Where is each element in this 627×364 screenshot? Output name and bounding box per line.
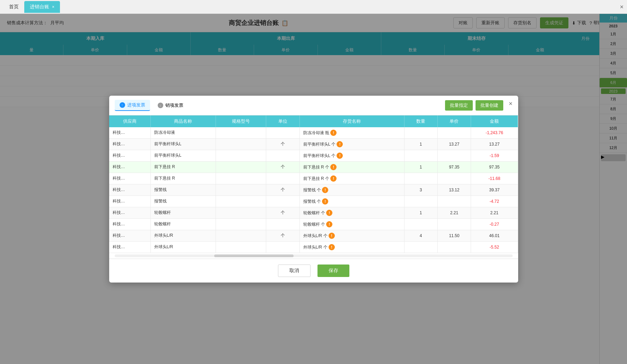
warning-icon: ! xyxy=(326,210,332,216)
warning-icon: ! xyxy=(330,164,337,170)
col-qty: 数量 xyxy=(404,115,437,127)
modal-dialog: ↑ 进项发票 ↓ 销项发票 批量指定 批量创建 × xyxy=(109,96,518,283)
batch-create-button[interactable]: 批量创建 xyxy=(476,100,503,111)
col-spec: 规格型号 xyxy=(216,115,266,127)
table-row: 科技…轮毂螺杆轮毂螺杆 个 !-0.27 xyxy=(109,218,518,230)
modal-footer: 取消 保存 xyxy=(109,259,518,283)
table-row: 科技…报警线报警线 个 !-4.72 xyxy=(109,196,518,207)
modal-close-button[interactable]: × xyxy=(509,100,513,111)
warning-icon: ! xyxy=(322,187,328,193)
tab-ledger[interactable]: 进销台账 × xyxy=(24,1,60,13)
warning-icon: ! xyxy=(326,221,332,227)
window-close-button[interactable]: × xyxy=(620,3,624,10)
purchase-invoice-icon: ↑ xyxy=(120,102,125,108)
table-row: 科技…外球头L/R外球头L/R 个 !-5.52 xyxy=(109,241,518,253)
table-row: 科技…前平衡杆球头L前平衡杆球头L 个 !-1.59 xyxy=(109,150,518,161)
warning-icon: ! xyxy=(337,153,343,159)
tab-home[interactable]: 首页 xyxy=(3,1,24,13)
table-row: 科技…前下悬挂 R个前下悬挂 R 个 !197.3597.35 xyxy=(109,161,518,173)
cancel-button[interactable]: 取消 xyxy=(278,265,311,277)
warning-icon: ! xyxy=(337,141,343,147)
modal-table-wrap: 供应商 商品名称 规格型号 单位 存货名称 数量 单价 金额 科技…防冻冷却液防… xyxy=(109,115,518,253)
col-inventory: 存货名称 xyxy=(299,115,404,127)
table-row: 科技…报警线个报警线 个 !313.1239.37 xyxy=(109,184,518,196)
col-price: 单价 xyxy=(437,115,471,127)
tab-sales-invoice[interactable]: ↓ 销项发票 xyxy=(153,100,188,111)
warning-icon: ! xyxy=(329,233,335,239)
col-amount: 金额 xyxy=(471,115,518,127)
table-row: 科技…轮毂螺杆个轮毂螺杆 个 !12.212.21 xyxy=(109,207,518,218)
tab-bar: 首页 进销台账 × × xyxy=(0,0,627,14)
table-row: 科技…前平衡杆球头L个前平衡杆球头L 个 !113.2713.27 xyxy=(109,138,518,150)
modal-header: ↑ 进项发票 ↓ 销项发票 批量指定 批量创建 × xyxy=(109,96,518,115)
col-product: 商品名称 xyxy=(150,115,216,127)
invoice-table: 供应商 商品名称 规格型号 单位 存货名称 数量 单价 金额 科技…防冻冷却液防… xyxy=(109,115,518,253)
save-button[interactable]: 保存 xyxy=(317,265,349,277)
col-unit: 单位 xyxy=(266,115,299,127)
sales-invoice-icon: ↓ xyxy=(158,103,163,108)
table-row: 科技…前下悬挂 R前下悬挂 R 个 !-11.68 xyxy=(109,173,518,184)
modal-actions: 批量指定 批量创建 × xyxy=(445,100,513,111)
tab-close-icon[interactable]: × xyxy=(52,5,54,9)
table-scrollbar[interactable] xyxy=(115,254,513,257)
table-row: 科技…防冻冷却液防冻冷却液 瓶 !-1,243.76 xyxy=(109,127,518,139)
warning-icon: ! xyxy=(330,130,337,136)
batch-assign-button[interactable]: 批量指定 xyxy=(445,100,473,111)
warning-icon: ! xyxy=(330,175,337,182)
warning-icon: ! xyxy=(329,244,335,250)
modal-overlay: ↑ 进项发票 ↓ 销项发票 批量指定 批量创建 × xyxy=(0,14,627,364)
table-row: 科技…外球头L/R个外球头L/R 个 !411.5046.01 xyxy=(109,230,518,241)
main-area: 销售成本计算方法： 月平均 商贸企业进销台账 📋 对账 重新开账 存货别名 生成… xyxy=(0,14,627,364)
warning-icon: ! xyxy=(322,198,328,205)
tab-purchase-invoice[interactable]: ↑ 进项发票 xyxy=(115,100,150,111)
col-supplier: 供应商 xyxy=(109,115,151,127)
